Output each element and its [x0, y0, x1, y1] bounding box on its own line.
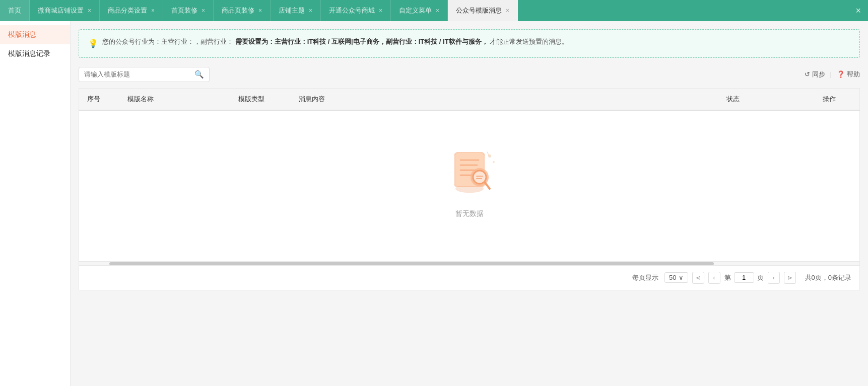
svg-point-12 — [493, 161, 495, 163]
col-header-action: 操作 — [799, 89, 859, 110]
tab-label-8: 公众号模版消息 — [456, 6, 502, 15]
sync-icon: ↺ — [805, 70, 810, 78]
search-input-wrap: 🔍 — [79, 67, 210, 82]
notice-suffix: 才能正常发送预置的消息。 — [490, 38, 568, 45]
close-all-button[interactable]: × — [848, 0, 868, 21]
tab-close-6[interactable]: × — [379, 7, 382, 14]
tab-close-8[interactable]: × — [506, 7, 509, 14]
pagination: 每页显示 50 ∨ ⊲ ‹ 第 页 › ⊳ 共0页，0条记录 — [79, 266, 860, 290]
page-label: 第 — [724, 273, 731, 282]
help-label: 帮助 — [847, 70, 860, 79]
tab-0[interactable]: 首页 — [0, 0, 30, 21]
col-header-status: 状态 — [718, 89, 799, 110]
total-text: 共0页，0条记录 — [805, 273, 851, 282]
search-bar: 🔍 ↺ 同步 | ❓ 帮助 — [79, 67, 860, 82]
notice-text: 您的公众号行业为：主营行业：，副营行业： 需要设置为：主营行业：IT科技 / 互… — [102, 37, 850, 47]
tab-label-3: 首页装修 — [171, 6, 197, 15]
first-page-button[interactable]: ⊲ — [692, 272, 704, 284]
sidebar: 模版消息模版消息记录 — [0, 21, 71, 386]
tab-label-2: 商品分类设置 — [108, 6, 147, 15]
page-input[interactable] — [734, 272, 754, 283]
page-suffix: 页 — [757, 273, 764, 282]
tab-label-0: 首页 — [8, 6, 21, 15]
search-input[interactable] — [84, 70, 194, 78]
help-icon: ❓ — [837, 70, 845, 78]
tab-label-6: 开通公众号商城 — [329, 6, 375, 15]
tab-1[interactable]: 微商城店铺设置× — [30, 0, 100, 21]
page-size-label: 每页显示 — [632, 273, 658, 282]
sync-label: 同步 — [812, 70, 825, 79]
sync-button[interactable]: ↺ 同步 — [805, 70, 825, 79]
tab-2[interactable]: 商品分类设置× — [100, 0, 163, 21]
page-size-value: 50 — [669, 274, 676, 281]
page-size-select[interactable]: 50 ∨ — [664, 272, 688, 283]
tab-close-7[interactable]: × — [436, 7, 439, 14]
col-header-content: 消息内容 — [291, 89, 718, 110]
col-header-name: 模版名称 — [119, 89, 230, 110]
last-page-button[interactable]: ⊳ — [784, 272, 796, 284]
tab-close-4[interactable]: × — [258, 7, 262, 14]
empty-state: 暂无数据 — [79, 111, 859, 239]
scrollbar-thumb[interactable] — [109, 262, 714, 265]
empty-icon — [439, 141, 500, 201]
col-header-type: 模版类型 — [230, 89, 291, 110]
content-area: 💡 您的公众号行业为：主营行业：，副营行业： 需要设置为：主营行业：IT科技 /… — [71, 21, 868, 386]
tab-label-4: 商品页装修 — [222, 6, 254, 15]
tab-label-5: 店铺主题 — [279, 6, 305, 15]
notice-banner: 💡 您的公众号行业为：主营行业：，副营行业： 需要设置为：主营行业：IT科技 /… — [79, 29, 860, 58]
chevron-down-icon: ∨ — [679, 274, 684, 281]
tab-6[interactable]: 开通公众号商城× — [321, 0, 391, 21]
tab-8[interactable]: 公众号模版消息× — [448, 0, 518, 21]
prev-page-button[interactable]: ‹ — [708, 272, 720, 284]
tab-label-1: 微商城店铺设置 — [38, 6, 84, 15]
notice-prefix: 您的公众号行业为：主营行业：，副营行业： — [102, 38, 233, 45]
tab-7[interactable]: 自定义菜单× — [391, 0, 448, 21]
tab-close-1[interactable]: × — [88, 7, 91, 14]
sidebar-item-1[interactable]: 模版消息记录 — [0, 44, 70, 63]
search-icon[interactable]: 🔍 — [194, 70, 204, 79]
col-header-index: 序号 — [79, 89, 119, 110]
help-button[interactable]: ❓ 帮助 — [837, 70, 860, 79]
sidebar-item-0[interactable]: 模版消息 — [0, 25, 70, 44]
tab-5[interactable]: 店铺主题× — [271, 0, 321, 21]
tab-close-2[interactable]: × — [151, 7, 155, 14]
table: 序号 模版名称 模版类型 消息内容 状态 操作 — [79, 88, 860, 290]
next-page-button[interactable]: › — [768, 272, 780, 284]
table-header: 序号 模版名称 模版类型 消息内容 状态 操作 — [79, 88, 860, 111]
tab-close-3[interactable]: × — [202, 7, 205, 14]
scrollbar-area[interactable] — [79, 262, 860, 266]
tab-3[interactable]: 首页装修× — [163, 0, 214, 21]
page-info: 第 页 — [724, 272, 764, 283]
empty-text: 暂无数据 — [455, 209, 484, 218]
table-body: 暂无数据 — [79, 111, 860, 262]
tab-4[interactable]: 商品页装修× — [214, 0, 271, 21]
tab-label-7: 自定义菜单 — [399, 6, 432, 15]
notice-highlight: 需要设置为：主营行业：IT科技 / 互联网|电子商务，副营行业：IT科技 / I… — [235, 38, 488, 45]
search-actions: ↺ 同步 | ❓ 帮助 — [805, 70, 860, 79]
tab-bar: 首页微商城店铺设置×商品分类设置×首页装修×商品页装修×店铺主题×开通公众号商城… — [0, 0, 868, 21]
svg-line-8 — [485, 182, 490, 189]
svg-line-13 — [487, 152, 489, 155]
divider: | — [830, 70, 832, 78]
tab-close-5[interactable]: × — [309, 7, 312, 14]
notice-icon: 💡 — [88, 37, 98, 50]
main-layout: 模版消息模版消息记录 💡 您的公众号行业为：主营行业：，副营行业： 需要设置为：… — [0, 21, 868, 386]
